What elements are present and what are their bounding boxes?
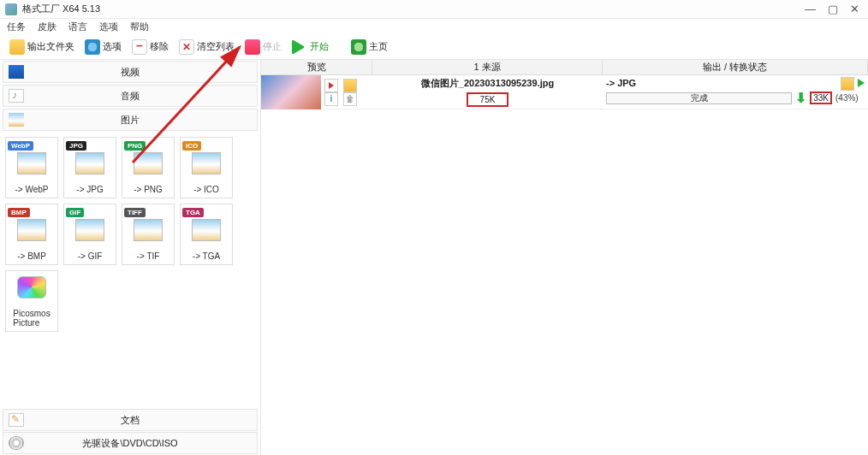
category-audio-label: 音频 [121, 90, 140, 103]
category-document[interactable]: 文档 [3, 409, 258, 431]
progress-bar: 完成 [606, 92, 792, 104]
format-thumb [75, 152, 104, 174]
preview-play-icon[interactable] [324, 79, 338, 92]
close-button[interactable]: ✕ [850, 3, 859, 15]
thumbnail [261, 75, 321, 109]
category-disc-label: 光驱设备\DVD\CD\ISO [82, 437, 177, 450]
main-split: 视频 音频 图片 WebP-> WebPJPG-> JPGPNG-> PNGIC… [0, 60, 868, 455]
format-thumb [17, 219, 46, 241]
output-format: -> JPG [606, 78, 636, 88]
compression-ratio: (43%) [835, 93, 865, 103]
format-grid: WebP-> WebPJPG-> JPGPNG-> PNGICO-> ICOBM… [0, 132, 260, 408]
clear-label: 清空列表 [197, 40, 235, 53]
remove-label: 移除 [150, 40, 169, 53]
category-image-label: 图片 [121, 114, 140, 127]
format-badge: TIFF [124, 208, 146, 217]
options-button[interactable]: 选项 [82, 38, 124, 56]
minimize-button[interactable]: — [805, 3, 816, 15]
task-row[interactable]: i 🗑 微信图片_20230313095239.jpg 75K -> JPG [261, 75, 868, 109]
format-thumb [17, 152, 46, 174]
format-tga[interactable]: TGA-> TGA [180, 204, 233, 265]
titlebar: 格式工厂 X64 5.13 — ▢ ✕ [0, 0, 868, 19]
picosmos-icon [17, 276, 46, 298]
format-tiff[interactable]: TIFF-> TIF [122, 204, 175, 265]
menu-skin[interactable]: 皮肤 [38, 21, 56, 33]
output-folder-label: 输出文件夹 [27, 40, 74, 53]
source-size: 75K [467, 92, 509, 107]
source-filename: 微信图片_20230313095239.jpg [421, 77, 554, 90]
output-folder-icon[interactable] [841, 77, 854, 91]
stop-label: 停止 [263, 40, 282, 53]
format-png[interactable]: PNG-> PNG [122, 137, 175, 198]
remove-icon [132, 39, 147, 55]
play-icon [292, 39, 307, 55]
format-gif[interactable]: GIF-> GIF [63, 204, 116, 265]
document-icon [9, 413, 24, 427]
col-output: 输出 / 转换状态 [603, 60, 868, 74]
start-button[interactable]: 开始 [289, 38, 331, 56]
home-label: 主页 [369, 40, 388, 53]
format-bmp[interactable]: BMP-> BMP [5, 204, 58, 265]
format-thumb [134, 219, 163, 241]
delete-icon[interactable]: 🗑 [343, 92, 357, 106]
col-source: 1 来源 [372, 60, 603, 74]
down-arrow-icon: ⬇ [795, 90, 806, 106]
folder-icon [9, 39, 25, 55]
menu-help[interactable]: 帮助 [130, 21, 149, 33]
format-thumb [192, 219, 221, 241]
app-icon [5, 3, 17, 15]
category-audio[interactable]: 音频 [3, 85, 258, 107]
category-disc[interactable]: 光驱设备\DVD\CD\ISO [3, 432, 258, 454]
format-label: -> TIF [137, 251, 160, 261]
category-image[interactable]: 图片 [3, 109, 258, 131]
output-play-icon[interactable] [858, 79, 865, 89]
task-source: 微信图片_20230313095239.jpg 75K [372, 75, 603, 109]
info-icon[interactable]: i [324, 92, 338, 106]
picosmos-label: PicosmosPicture [13, 309, 50, 328]
image-icon [9, 113, 24, 127]
output-size: 33K [810, 92, 832, 104]
category-video-label: 视频 [121, 66, 140, 79]
clear-icon: ✕ [179, 39, 194, 55]
toolbar: 输出文件夹 选项 移除 ✕ 清空列表 停止 开始 主页 [0, 34, 868, 60]
stop-icon [245, 39, 260, 55]
menu-option[interactable]: 选项 [99, 21, 118, 33]
format-label: -> TGA [193, 251, 220, 261]
format-badge: GIF [66, 208, 84, 217]
maximize-button[interactable]: ▢ [828, 3, 838, 15]
format-label: -> BMP [17, 251, 46, 261]
format-label: -> WebP [15, 185, 49, 194]
start-label: 开始 [310, 40, 329, 53]
task-preview: i 🗑 [261, 75, 372, 109]
format-ico[interactable]: ICO-> ICO [180, 137, 233, 198]
format-thumb [134, 152, 163, 174]
remove-button[interactable]: 移除 [129, 38, 171, 56]
window-controls: — ▢ ✕ [805, 3, 863, 15]
col-preview: 预览 [261, 60, 372, 74]
home-button[interactable]: 主页 [348, 38, 390, 56]
picosmos-picture[interactable]: PicosmosPicture [5, 270, 58, 332]
output-folder-button[interactable]: 输出文件夹 [7, 38, 77, 56]
category-video[interactable]: 视频 [3, 61, 258, 83]
task-output: -> JPG 完成 ⬇ 33K (43%) [603, 75, 868, 109]
disc-icon [9, 436, 24, 450]
format-label: -> JPG [76, 185, 103, 194]
globe-icon [351, 39, 366, 55]
category-document-label: 文档 [121, 414, 140, 427]
format-label: -> PNG [134, 185, 163, 194]
format-thumb [192, 152, 221, 174]
format-jpg[interactable]: JPG-> JPG [63, 137, 116, 198]
format-label: -> GIF [78, 251, 103, 261]
clear-button[interactable]: ✕ 清空列表 [176, 38, 237, 56]
menu-lang[interactable]: 语言 [68, 21, 87, 33]
menu-task[interactable]: 任务 [7, 21, 26, 33]
format-label: -> ICO [193, 185, 219, 194]
format-webp[interactable]: WebP-> WebP [5, 137, 58, 198]
open-folder-icon[interactable] [343, 79, 357, 92]
left-panel: 视频 音频 图片 WebP-> WebPJPG-> JPGPNG-> PNGIC… [0, 60, 261, 455]
stop-button[interactable]: 停止 [242, 38, 284, 56]
gear-icon [85, 39, 100, 55]
format-badge: JPG [66, 141, 86, 151]
video-icon [9, 65, 24, 79]
format-badge: PNG [124, 141, 146, 151]
